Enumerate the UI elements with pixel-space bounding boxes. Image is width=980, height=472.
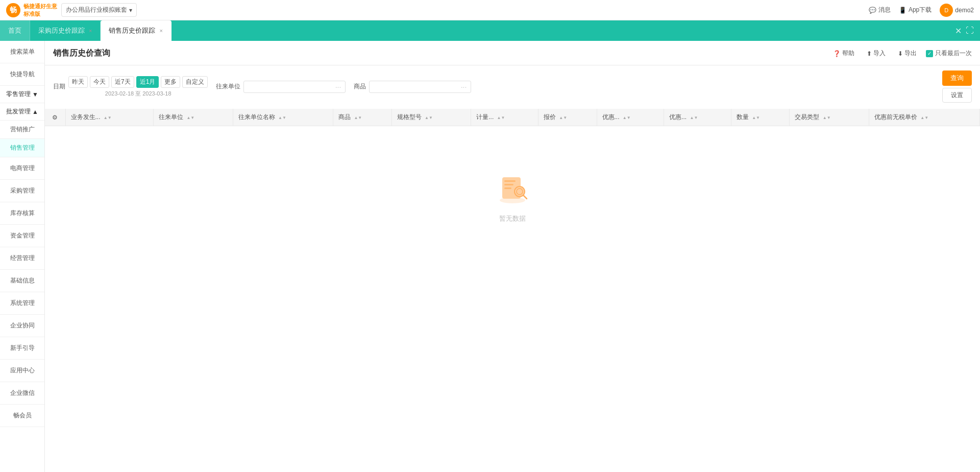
sort-icon-biz-date: ▲▼ — [104, 116, 112, 120]
empty-state-cell: 暂无数据 — [45, 126, 980, 265]
table-header-row: ⚙ 业务发生... ▲▼ 往来单位 ▲▼ 往来单位名称 ▲▼ — [45, 109, 980, 126]
from-unit-input[interactable]: ··· — [243, 81, 346, 93]
app-download-button[interactable]: 📱 App下载 — [899, 6, 932, 14]
page-header: 销售历史价查询 ❓ 帮助 ⬆ 导入 ⬇ 导出 ✓ — [45, 41, 980, 65]
product-dots: ··· — [461, 83, 467, 91]
filter-row: 日期 昨天 今天 近7天 近1月 更多 自定义 2023-02-18 至 202… — [45, 65, 980, 109]
sales-tab-label: 销售历史价跟踪 — [109, 26, 155, 35]
product-text-input[interactable] — [374, 83, 458, 90]
svg-rect-2 — [504, 180, 516, 182]
member-label: 畅会员 — [13, 411, 32, 420]
sidebar-item-purchase[interactable]: 采购管理 — [0, 180, 44, 202]
tab-sales-close[interactable]: × — [159, 28, 162, 34]
sidebar-item-quicknav[interactable]: 快捷导航 — [0, 63, 44, 86]
import-button[interactable]: ⬆ 导入 — [864, 47, 889, 60]
settings-button[interactable]: 设置 — [942, 88, 972, 103]
company-selector[interactable]: 办公用品行业模拟账套 ▾ — [61, 3, 137, 17]
date-buttons: 昨天 今天 近7天 近1月 更多 自定义 2023-02-18 至 2023-0… — [68, 76, 208, 98]
last-only-checkbox[interactable]: ✓ 只看最后一次 — [926, 49, 972, 58]
product-input[interactable]: ··· — [369, 81, 471, 93]
user-menu[interactable]: D demo2 — [940, 4, 974, 17]
tab-purchase-close[interactable]: × — [89, 28, 92, 34]
th-pre-tax-price[interactable]: 优惠前无税单价 ▲▼ — [869, 109, 979, 126]
tab-purchase[interactable]: 采购历史价跟踪 × — [30, 20, 101, 41]
sidebar-item-newguide[interactable]: 新手引导 — [0, 337, 44, 360]
from-unit-label: 往来单位 — [216, 82, 240, 91]
svg-rect-3 — [504, 184, 513, 185]
th-discount1[interactable]: 优惠... ▲▼ — [597, 109, 664, 126]
th-quote[interactable]: 报价 ▲▼ — [538, 109, 597, 126]
home-tab-label: 首页 — [8, 26, 21, 35]
sort-icon-tx-type: ▲▼ — [823, 116, 831, 120]
page-title: 销售历史价查询 — [53, 48, 110, 59]
th-unit[interactable]: 往来单位 ▲▼ — [154, 109, 233, 126]
empty-state: 暂无数据 — [45, 126, 980, 264]
sidebar-item-ecommerce[interactable]: 电商管理 — [0, 157, 44, 180]
search-label: 搜索菜单 — [10, 48, 35, 56]
sidebar-item-appcenter[interactable]: 应用中心 — [0, 360, 44, 382]
th-unit-name[interactable]: 往来单位名称 ▲▼ — [233, 109, 333, 126]
date-btn-custom[interactable]: 自定义 — [182, 76, 208, 88]
ecommerce-label: 电商管理 — [10, 164, 35, 173]
date-btn-7days[interactable]: 近7天 — [111, 76, 134, 88]
tab-sales[interactable]: 销售历史价跟踪 × — [101, 20, 171, 41]
svg-line-6 — [523, 195, 527, 199]
sidebar-item-sales-mgmt[interactable]: 销售管理 — [0, 139, 44, 157]
th-biz-date[interactable]: 业务发生... ▲▼ — [65, 109, 154, 126]
quicknav-label: 快捷导航 — [10, 70, 35, 79]
export-button[interactable]: ⬇ 导出 — [895, 47, 920, 60]
date-btn-yesterday[interactable]: 昨天 — [68, 76, 88, 88]
sidebar-item-retail[interactable]: 零售管理 ▼ — [0, 86, 44, 103]
sidebar-item-system[interactable]: 系统管理 — [0, 292, 44, 315]
help-button[interactable]: ❓ 帮助 — [830, 47, 857, 60]
from-unit-text-input[interactable] — [248, 83, 333, 90]
sidebar-item-finance[interactable]: 资金管理 — [0, 225, 44, 247]
sidebar-item-member[interactable]: 畅会员 — [0, 405, 44, 427]
system-label: 系统管理 — [10, 299, 35, 308]
query-button[interactable]: 查询 — [942, 70, 972, 86]
th-gear[interactable]: ⚙ — [45, 109, 65, 126]
retail-arrow: ▼ — [32, 91, 38, 98]
close-tab-icon[interactable]: ✕ — [955, 26, 962, 36]
sidebar-item-wholesale[interactable]: 批发管理 ▲ — [0, 103, 44, 121]
sidebar-item-marketing[interactable]: 营销推广 — [0, 121, 44, 139]
message-button[interactable]: 💬 消息 — [869, 6, 891, 14]
date-range-text: 2023-02-18 至 2023-03-18 — [105, 90, 172, 98]
table-body: 暂无数据 — [45, 126, 980, 265]
enterprise-label: 企业协同 — [10, 321, 35, 330]
top-bar-left: 畅 畅捷通好生意 标准版 办公用品行业模拟账套 ▾ — [6, 3, 137, 17]
date-btn-1month[interactable]: 近1月 — [136, 76, 159, 88]
gear-icon[interactable]: ⚙ — [52, 114, 58, 121]
sidebar-item-enterprise[interactable]: 企业协同 — [0, 315, 44, 337]
empty-state-row: 暂无数据 — [45, 126, 980, 265]
date-btns-row: 昨天 今天 近7天 近1月 更多 自定义 — [68, 76, 208, 88]
date-btn-today[interactable]: 今天 — [90, 76, 109, 88]
help-icon: ❓ — [833, 50, 841, 57]
message-icon: 💬 — [869, 7, 876, 14]
operation-label: 经营管理 — [10, 254, 35, 263]
th-unit2[interactable]: 计量... ▲▼ — [471, 109, 538, 126]
finance-label: 资金管理 — [10, 231, 35, 240]
maximize-icon[interactable]: ⛶ — [966, 26, 974, 35]
date-btn-more[interactable]: 更多 — [161, 76, 180, 88]
sidebar-item-search[interactable]: 搜索菜单 — [0, 41, 44, 63]
purchase-label: 采购管理 — [10, 186, 35, 195]
th-product[interactable]: 商品 ▲▼ — [333, 109, 392, 126]
data-table: ⚙ 业务发生... ▲▼ 往来单位 ▲▼ 往来单位名称 ▲▼ — [45, 109, 980, 264]
th-qty[interactable]: 数量 ▲▼ — [731, 109, 790, 126]
th-spec[interactable]: 规格型号 ▲▼ — [391, 109, 471, 126]
chevron-down-icon: ▾ — [129, 7, 132, 14]
content-area: 销售历史价查询 ❓ 帮助 ⬆ 导入 ⬇ 导出 ✓ — [45, 41, 980, 472]
th-tx-type[interactable]: 交易类型 ▲▼ — [790, 109, 869, 126]
tab-home[interactable]: 首页 — [0, 20, 30, 41]
sidebar-item-inventory[interactable]: 库存核算 — [0, 202, 44, 225]
appcenter-label: 应用中心 — [10, 366, 35, 375]
th-discount2[interactable]: 优惠... ▲▼ — [664, 109, 731, 126]
sidebar-item-basic[interactable]: 基础信息 — [0, 270, 44, 292]
table-container: ⚙ 业务发生... ▲▼ 往来单位 ▲▼ 往来单位名称 ▲▼ — [45, 109, 980, 472]
sort-icon-product: ▲▼ — [354, 116, 362, 120]
date-filter-group: 日期 昨天 今天 近7天 近1月 更多 自定义 2023-02-18 至 202… — [53, 76, 208, 98]
sidebar-item-wxwork[interactable]: 企业微信 — [0, 382, 44, 405]
empty-state-text: 暂无数据 — [499, 214, 526, 223]
sidebar-item-operation[interactable]: 经营管理 — [0, 247, 44, 270]
